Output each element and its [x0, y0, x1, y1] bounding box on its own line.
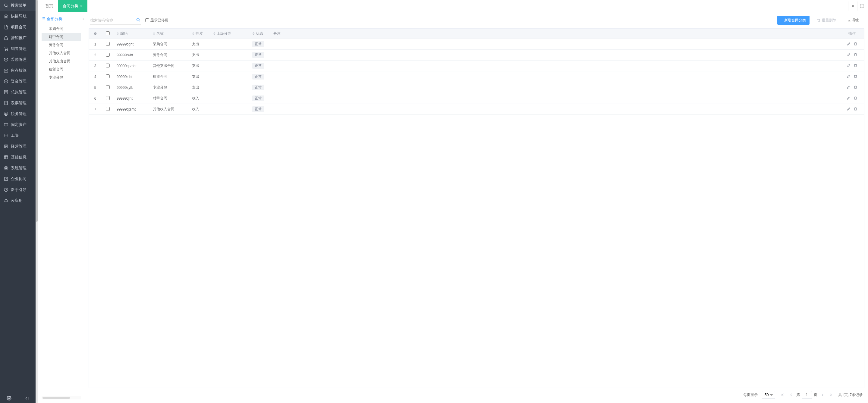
collab-icon	[4, 176, 8, 181]
sidebar-item-coin[interactable]: 资金管理	[0, 76, 36, 87]
svg-point-17	[8, 398, 10, 399]
plus-icon: +	[781, 18, 783, 22]
row-checkbox[interactable]	[106, 107, 110, 111]
cell-name: 对甲合同	[150, 93, 189, 104]
sidebar-scrollbar[interactable]	[36, 0, 38, 403]
sidebar-item-home[interactable]: 快捷导航	[0, 11, 36, 22]
tree-item[interactable]: 采购合同	[41, 25, 81, 33]
delete-button[interactable]	[854, 53, 858, 58]
edit-button[interactable]	[846, 64, 850, 68]
add-category-label: 新增合同分类	[784, 18, 806, 23]
first-page-button[interactable]	[779, 392, 786, 398]
column-code[interactable]: 编码	[114, 29, 150, 39]
delete-button[interactable]	[854, 107, 858, 112]
close-all-tabs-button[interactable]	[848, 1, 857, 10]
sidebar-item-guide[interactable]: 新手引导	[0, 184, 36, 195]
list-icon: ☰	[42, 17, 45, 21]
search-icon[interactable]	[136, 18, 141, 23]
collapse-sidebar-button[interactable]	[18, 393, 36, 403]
sidebar-item-invoice[interactable]: 发票管理	[0, 98, 36, 108]
row-checkbox[interactable]	[106, 42, 110, 46]
tree-item[interactable]: 专业分包	[41, 73, 81, 81]
fullscreen-button[interactable]	[857, 1, 866, 10]
sidebar-item-asset[interactable]: 固定资产	[0, 119, 36, 130]
prev-page-button[interactable]	[788, 392, 795, 398]
delete-button[interactable]	[854, 42, 858, 47]
tree-horizontal-scrollbar[interactable]	[41, 396, 81, 399]
column-settings[interactable]: ⚙	[89, 29, 101, 39]
tab-contract-category[interactable]: 合同分类 ×	[58, 0, 87, 12]
edit-button[interactable]	[846, 85, 850, 90]
per-page-select[interactable]: 50	[762, 391, 775, 399]
sidebar-item-file[interactable]: 项目合同	[0, 22, 36, 33]
edit-button[interactable]	[846, 96, 850, 101]
sidebar-item-system[interactable]: 系统管理	[0, 163, 36, 173]
svg-rect-10	[4, 134, 8, 137]
select-all-checkbox[interactable]	[106, 31, 110, 35]
row-checkbox[interactable]	[106, 96, 110, 100]
sidebar-item-manage[interactable]: 经营管理	[0, 141, 36, 152]
edit-button[interactable]	[846, 42, 850, 47]
tree-item[interactable]: 其他支出合同	[41, 57, 81, 65]
column-status[interactable]: 状态	[249, 29, 270, 39]
pager-summary: 共1页, 7条记录	[838, 393, 863, 398]
collapse-tree-button[interactable]	[81, 16, 86, 399]
column-name[interactable]: 名称	[150, 29, 189, 39]
edit-button[interactable]	[846, 74, 850, 79]
tab-home[interactable]: 首页	[40, 0, 58, 12]
row-checkbox[interactable]	[106, 74, 110, 78]
delete-button[interactable]	[854, 74, 858, 79]
sidebar-item-search[interactable]: 搜索菜单	[0, 0, 36, 11]
add-category-button[interactable]: + 新增合同分类	[777, 16, 809, 25]
sidebar-item-collab[interactable]: 企业协同	[0, 173, 36, 184]
export-button[interactable]: 导出	[844, 16, 863, 25]
row-checkbox[interactable]	[106, 85, 110, 89]
row-checkbox[interactable]	[106, 64, 110, 67]
per-page-label: 每页显示	[743, 393, 758, 398]
sidebar-item-label: 搜索菜单	[11, 3, 27, 8]
sidebar-item-box[interactable]: 采购管理	[0, 54, 36, 65]
row-checkbox[interactable]	[106, 53, 110, 57]
show-disabled-checkbox[interactable]: 显示已停用	[145, 18, 168, 23]
svg-point-4	[7, 50, 7, 51]
tree-item[interactable]: 其他收入合同	[41, 49, 81, 57]
sidebar-item-label: 快捷导航	[11, 13, 27, 19]
sidebar-item-gift[interactable]: 营销推广	[0, 33, 36, 43]
tree-item[interactable]: 对甲合同	[41, 33, 81, 41]
tree-root[interactable]: ☰ 全部分类	[41, 16, 81, 25]
delete-button[interactable]	[854, 64, 858, 68]
last-page-button[interactable]	[828, 392, 834, 398]
sidebar-item-info[interactable]: 基础信息	[0, 152, 36, 163]
file-icon	[4, 25, 8, 30]
sidebar-item-ledger[interactable]: 总账管理	[0, 87, 36, 98]
salary-icon	[4, 133, 8, 138]
system-icon	[4, 166, 8, 170]
tree-item[interactable]: 租赁合同	[41, 65, 81, 73]
tree-item[interactable]: 劳务合同	[41, 41, 81, 49]
delete-button[interactable]	[854, 85, 858, 90]
next-page-button[interactable]	[819, 392, 826, 398]
svg-rect-12	[4, 156, 8, 159]
sidebar-item-salary[interactable]: 工资	[0, 130, 36, 141]
column-parent[interactable]: 上级分类	[210, 29, 249, 39]
search-icon	[4, 3, 8, 8]
delete-button[interactable]	[854, 96, 858, 101]
settings-button[interactable]	[0, 393, 18, 403]
table-row: 599999zyfb专业分包支出正常	[89, 82, 864, 93]
sidebar-item-cloud[interactable]: 云应用	[0, 195, 36, 206]
sidebar-item-label: 固定资产	[11, 122, 27, 127]
edit-button[interactable]	[846, 53, 850, 58]
edit-button[interactable]	[846, 107, 850, 112]
cell-name: 租赁合同	[150, 71, 189, 82]
sidebar-item-tax[interactable]: 税务管理	[0, 108, 36, 119]
search-input[interactable]	[90, 16, 141, 25]
sidebar-item-label: 云应用	[11, 198, 23, 203]
column-nature[interactable]: 性质	[189, 29, 210, 39]
batch-delete-button[interactable]: 批量删除	[813, 16, 840, 25]
home-icon	[4, 14, 8, 19]
sidebar-item-warehouse[interactable]: 库存核算	[0, 65, 36, 76]
close-icon[interactable]: ×	[80, 4, 83, 8]
sidebar-item-cart[interactable]: 销售管理	[0, 43, 36, 54]
page-input[interactable]	[802, 391, 812, 399]
cell-parent	[210, 93, 249, 104]
